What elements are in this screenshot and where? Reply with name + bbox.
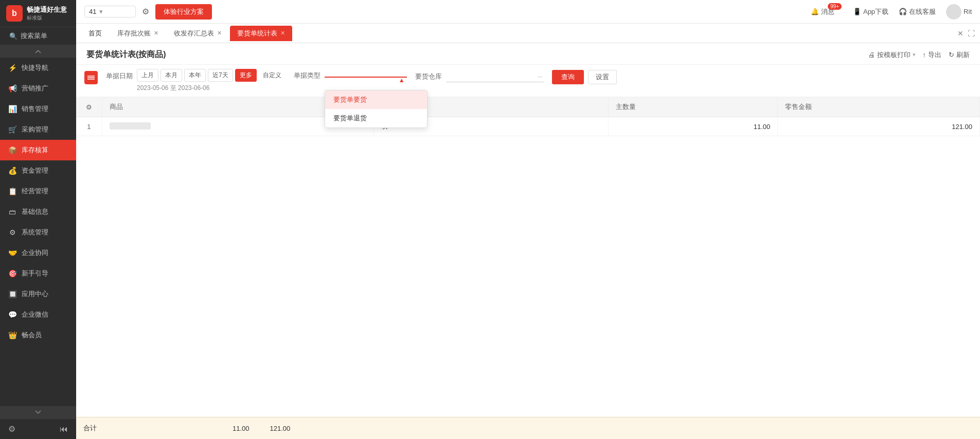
sidebar-label-quick-nav: 快捷导航 <box>22 63 48 72</box>
sidebar-item-members[interactable]: 👑 畅会员 <box>0 325 76 345</box>
store-name: 41 <box>89 8 96 15</box>
sidebar-item-operations[interactable]: 📋 经营管理 <box>0 181 76 202</box>
header-left: 41 ▾ ⚙ 体验行业方案 <box>84 4 212 20</box>
set-button[interactable]: 设置 <box>588 70 617 84</box>
operations-icon: 📋 <box>8 187 16 195</box>
app-name: 畅捷通好生意 <box>27 5 67 14</box>
type-filter-group: 单据类型 ▲ 要货单要货 要货单退货 <box>294 71 407 80</box>
header-gear-icon[interactable]: ⚙ <box>142 7 149 16</box>
query-button[interactable]: 查询 <box>552 70 584 84</box>
sidebar-label-members: 畅会员 <box>22 331 42 340</box>
sidebar-item-quick-nav[interactable]: ⚡ 快捷导航 <box>0 58 76 78</box>
app-download-item[interactable]: 📱 App下载 <box>853 7 888 16</box>
app-logo: b 畅捷通好生意 标准版 <box>0 0 76 27</box>
logo-icon: b <box>6 5 23 22</box>
app-download-label: App下载 <box>863 7 888 16</box>
tab-home[interactable]: 首页 <box>81 26 109 41</box>
main-content: 41 ▾ ⚙ 体验行业方案 🔔 消息 99+ 📱 App下载 🎧 在线客服 <box>76 0 980 439</box>
table-footer: 合计 11.00 121.00 <box>76 417 980 439</box>
sidebar-item-sales[interactable]: 📊 销售管理 <box>0 99 76 119</box>
date-filter-group: 单据日期 上月 本月 本年 近7天 更多 自定义 2023-05-06 至 20… <box>106 69 286 93</box>
filter-bar: 单据日期 上月 本月 本年 近7天 更多 自定义 2023-05-06 至 20… <box>76 64 980 97</box>
sidebar-item-basic[interactable]: 🗃 基础信息 <box>0 202 76 222</box>
date-range-text: 2023-05-06 至 2023-06-06 <box>137 84 286 93</box>
date-btn-last-7days[interactable]: 近7天 <box>208 69 233 82</box>
tab-receive-summary[interactable]: 收发存汇总表 ✕ <box>167 26 229 41</box>
page-content: 要货单统计表(按商品) 🖨 按模板打印 ▾ ↑ 导出 ↻ 刷新 <box>76 43 980 439</box>
store-selector[interactable]: 41 ▾ <box>84 6 136 17</box>
refresh-action[interactable]: ↻ 刷新 <box>949 50 970 60</box>
date-btn-last-month[interactable]: 上月 <box>137 69 158 82</box>
print-icon: 🖨 <box>868 51 875 59</box>
product-placeholder <box>110 122 151 130</box>
print-action[interactable]: 🖨 按模板打印 ▾ <box>868 50 916 60</box>
sidebar-item-appstore[interactable]: 🔲 应用中心 <box>0 284 76 304</box>
sales-icon: 📊 <box>8 105 16 113</box>
sidebar-item-marketing[interactable]: 📢 营销推广 <box>0 78 76 99</box>
inventory-icon: 📦 <box>8 146 16 154</box>
table-body: 1 块 11.00 121.00 <box>76 117 980 136</box>
type-select-field[interactable] <box>325 74 407 78</box>
appstore-icon: 🔲 <box>8 290 16 298</box>
date-btn-custom[interactable]: 自定义 <box>259 69 286 81</box>
sidebar-scroll-up-btn[interactable] <box>0 45 76 58</box>
date-btn-this-month[interactable]: 本月 <box>161 69 182 82</box>
tab-bar-close-icon[interactable]: ✕ <box>957 29 964 38</box>
search-label: 搜索菜单 <box>21 31 47 41</box>
tab-home-label: 首页 <box>88 29 102 38</box>
notifications-item[interactable]: 🔔 消息 99+ <box>811 7 834 16</box>
search-menu[interactable]: 🔍 搜索菜单 <box>0 27 76 45</box>
phone-icon: 📱 <box>853 8 861 15</box>
sidebar-item-wechat[interactable]: 💬 企业微信 <box>0 304 76 325</box>
warehouse-more-icon[interactable]: ··· <box>537 72 544 81</box>
date-btn-this-year[interactable]: 本年 <box>184 69 206 82</box>
tab-inventory-batch-label: 库存批次账 <box>117 29 151 38</box>
export-action[interactable]: ↑ 导出 <box>923 50 942 60</box>
table-settings-icon[interactable]: ⚙ <box>86 103 92 111</box>
date-buttons: 上月 本月 本年 近7天 更多 自定义 <box>137 69 286 82</box>
tab-receive-summary-close[interactable]: ✕ <box>217 30 222 36</box>
tab-order-stats-close[interactable]: ✕ <box>280 30 285 36</box>
settings-icon[interactable]: ⚙ <box>8 424 15 434</box>
sidebar-item-guide[interactable]: 🎯 新手引导 <box>0 263 76 284</box>
sidebar-label-enterprise: 企业协同 <box>22 248 48 258</box>
tab-order-stats[interactable]: 要货单统计表 ✕ <box>230 26 292 41</box>
sidebar-item-inventory[interactable]: 📦 库存核算 <box>0 140 76 160</box>
dropdown-item-order-request[interactable]: 要货单要货 <box>325 90 427 109</box>
sidebar-footer: ⚙ ⏮ <box>0 418 76 439</box>
header-right: 🔔 消息 99+ 📱 App下载 🎧 在线客服 Rit <box>811 4 972 20</box>
sidebar-scroll-down-btn[interactable] <box>0 406 76 418</box>
tab-inventory-batch[interactable]: 库存批次账 ✕ <box>110 26 166 41</box>
filter-toggle-button[interactable] <box>84 71 98 84</box>
sidebar-item-enterprise[interactable]: 🤝 企业协同 <box>0 243 76 263</box>
trial-button[interactable]: 体验行业方案 <box>155 4 212 20</box>
sidebar-nav: ⚡ 快捷导航 📢 营销推广 📊 销售管理 🛒 采购管理 📦 库存核算 💰 资金管… <box>0 58 76 406</box>
footer-qty: 11.00 <box>233 425 250 432</box>
online-service-label: 在线客服 <box>909 7 936 16</box>
sidebar-label-marketing: 营销推广 <box>22 84 48 93</box>
online-service-item[interactable]: 🎧 在线客服 <box>899 7 936 16</box>
th-settings[interactable]: ⚙ <box>76 97 102 117</box>
warehouse-input[interactable] <box>446 71 537 82</box>
sidebar-item-system[interactable]: ⚙ 系统管理 <box>0 222 76 243</box>
user-avatar-item[interactable]: Rit <box>946 4 972 20</box>
notifications-badge: 99+ <box>828 3 842 10</box>
table-row: 1 块 11.00 121.00 <box>76 117 980 136</box>
tab-bar-expand-icon[interactable]: ⛶ <box>968 29 975 38</box>
table-wrap: ⚙ 商品 主计量单位 主数量 零售金额 1 <box>76 97 980 417</box>
system-icon: ⚙ <box>8 228 16 236</box>
sidebar-label-finance: 资金管理 <box>22 166 48 175</box>
date-btn-more[interactable]: 更多 <box>235 69 257 82</box>
sidebar-label-inventory: 库存核算 <box>22 145 48 155</box>
warehouse-filter-label: 要货仓库 <box>415 72 442 81</box>
tab-inventory-batch-close[interactable]: ✕ <box>154 30 158 36</box>
sidebar-item-finance[interactable]: 💰 资金管理 <box>0 160 76 181</box>
refresh-label: 刷新 <box>956 50 970 60</box>
dropdown-item-order-return[interactable]: 要货单退货 <box>325 109 427 127</box>
sidebar-label-sales: 销售管理 <box>22 104 48 114</box>
sidebar-item-purchase[interactable]: 🛒 采购管理 <box>0 119 76 140</box>
filter-actions: 查询 设置 <box>552 70 617 84</box>
collapse-icon[interactable]: ⏮ <box>60 425 68 434</box>
marketing-icon: 📢 <box>8 84 16 93</box>
tab-receive-summary-label: 收发存汇总表 <box>174 29 214 38</box>
